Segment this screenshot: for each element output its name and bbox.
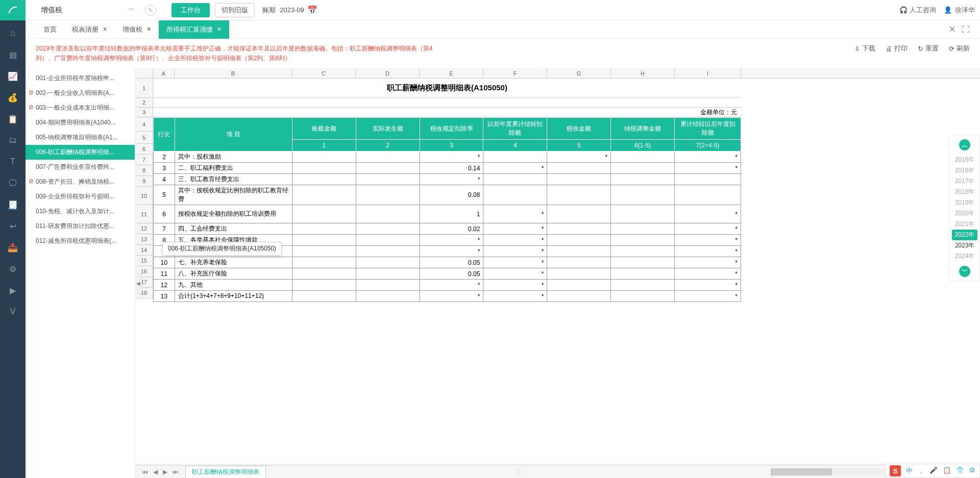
ime-lang[interactable]: 中 — [906, 466, 913, 475]
doc-icon[interactable]: ✎ — [145, 5, 156, 16]
cell[interactable] — [547, 174, 611, 185]
row-header[interactable]: 6 — [135, 144, 153, 155]
cell[interactable] — [483, 174, 547, 185]
cell[interactable]: 0.05 — [420, 268, 483, 280]
expand-icon[interactable]: ⛶ — [962, 25, 970, 34]
cell[interactable] — [356, 163, 420, 174]
cell[interactable] — [611, 152, 675, 163]
cell[interactable] — [292, 185, 356, 205]
year-item[interactable]: 2020年 — [952, 208, 978, 219]
tree-item-7[interactable]: ⊘008-资产折旧、摊销及纳税... — [26, 174, 135, 189]
cell[interactable]: * — [547, 152, 611, 163]
print-button[interactable]: 🖨 打印 — [886, 44, 908, 53]
ime-tool[interactable]: ， — [918, 466, 924, 475]
cell[interactable]: 0.02 — [420, 223, 483, 235]
close-icon[interactable]: ✕ — [103, 26, 107, 33]
cell[interactable] — [292, 246, 356, 257]
cell[interactable] — [292, 163, 356, 174]
period-value[interactable]: 2023-09 — [280, 6, 304, 14]
tab-3[interactable]: 所得税汇算清缴✕ — [159, 20, 229, 39]
cell[interactable] — [292, 235, 356, 246]
cell[interactable] — [356, 152, 420, 163]
ime-tool[interactable]: 📋 — [943, 466, 951, 475]
cell[interactable] — [547, 223, 611, 235]
year-item[interactable]: 2021年 — [952, 219, 978, 230]
home-icon[interactable]: ⌂ — [8, 28, 18, 38]
cell[interactable] — [611, 223, 675, 235]
cell[interactable]: * — [420, 152, 483, 163]
app-logo[interactable] — [0, 0, 26, 20]
cell[interactable]: * — [420, 174, 483, 185]
cell[interactable]: * — [483, 257, 547, 268]
v-icon[interactable]: V — [8, 307, 18, 317]
cell[interactable]: * — [483, 235, 547, 246]
refresh-button[interactable]: ⟳ 刷新 — [949, 44, 970, 53]
year-item[interactable]: 2019年 — [952, 197, 978, 208]
collapse-tree-handle[interactable]: ◀ — [135, 273, 142, 294]
cell[interactable] — [356, 235, 420, 246]
cell[interactable]: * — [675, 246, 741, 257]
sheet-nav-first[interactable]: ⏮ — [140, 468, 150, 475]
cell[interactable]: * — [675, 268, 741, 280]
cell[interactable] — [356, 185, 420, 205]
cell[interactable]: * — [675, 291, 741, 302]
year-up-button[interactable]: ︽ — [959, 139, 970, 150]
cell[interactable] — [292, 280, 356, 291]
col-header[interactable]: D — [356, 68, 420, 78]
row-header[interactable]: 8 — [135, 165, 153, 176]
bag-icon[interactable]: 💰 — [8, 92, 18, 103]
sheet-nav-prev[interactable]: ◀ — [152, 468, 159, 475]
col-header[interactable]: I — [675, 68, 741, 78]
cell[interactable]: * — [483, 268, 547, 280]
cell[interactable]: * — [483, 280, 547, 291]
play-icon[interactable]: ▶ — [8, 285, 18, 295]
cell[interactable] — [547, 205, 611, 223]
chart-icon[interactable]: 📈 — [8, 71, 18, 81]
col-header[interactable]: B — [175, 68, 292, 78]
cell[interactable] — [611, 246, 675, 257]
row-header[interactable]: 11 — [135, 205, 153, 223]
cell[interactable] — [292, 205, 356, 223]
cell[interactable]: * — [675, 235, 741, 246]
gear-icon[interactable]: ⚙ — [8, 264, 18, 274]
tab-0[interactable]: 首页 — [36, 20, 64, 39]
row-header[interactable]: 9 — [135, 176, 153, 187]
cell[interactable] — [547, 280, 611, 291]
cell[interactable] — [356, 257, 420, 268]
cell[interactable]: * — [483, 291, 547, 302]
year-down-button[interactable]: ︾ — [959, 266, 970, 277]
cell[interactable] — [611, 291, 675, 302]
cell[interactable] — [611, 174, 675, 185]
calendar-icon[interactable]: 📅 — [307, 5, 317, 15]
cell[interactable] — [611, 257, 675, 268]
cell[interactable] — [611, 185, 675, 205]
inbox-icon[interactable]: 📥 — [8, 242, 18, 253]
close-icon[interactable]: ✕ — [146, 26, 151, 33]
cell[interactable]: 0.14 — [420, 163, 483, 174]
screen-icon[interactable]: 🖵 — [8, 178, 18, 188]
cell[interactable] — [547, 257, 611, 268]
tree-item-2[interactable]: ⊘003-一般企业成本支出明细... — [26, 100, 135, 115]
year-item[interactable]: 2023年 — [952, 240, 978, 251]
row-header[interactable]: 12 — [135, 223, 153, 234]
cell[interactable] — [356, 268, 420, 280]
ime-logo[interactable]: S — [890, 465, 901, 476]
cell[interactable] — [292, 291, 356, 302]
cell[interactable] — [356, 223, 420, 235]
cell[interactable] — [547, 163, 611, 174]
tree-item-0[interactable]: 001-企业所得税年度纳税申... — [26, 71, 135, 86]
cell[interactable]: * — [675, 152, 741, 163]
tree-item-11[interactable]: 012-减免所得税优惠明细表(... — [26, 234, 135, 248]
cell[interactable]: * — [483, 205, 547, 223]
cell[interactable] — [292, 174, 356, 185]
row-header[interactable]: 5 — [135, 132, 153, 144]
cell[interactable] — [483, 185, 547, 205]
text-icon[interactable]: T — [8, 157, 18, 167]
ime-tool[interactable]: 👕 — [956, 466, 964, 475]
cell[interactable] — [356, 174, 420, 185]
cell[interactable] — [547, 291, 611, 302]
ime-tool[interactable]: 🎤 — [929, 466, 938, 475]
col-header[interactable]: A — [153, 68, 175, 78]
cell[interactable]: * — [483, 163, 547, 174]
cell[interactable]: * — [675, 280, 741, 291]
